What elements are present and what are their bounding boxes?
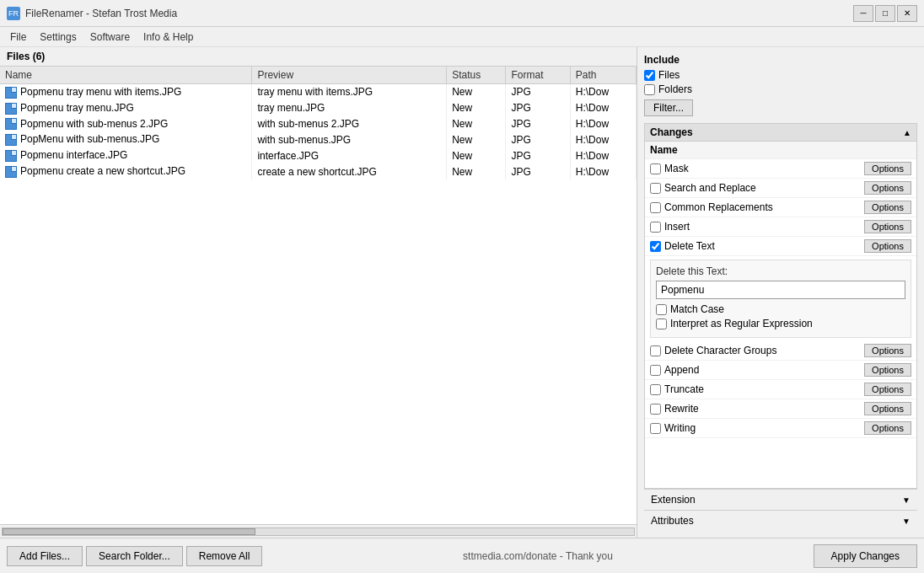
change-checkbox-0[interactable] — [650, 163, 661, 174]
additional-options-button-1[interactable]: Options — [864, 363, 911, 377]
files-checkbox[interactable] — [644, 70, 655, 81]
additional-change-checkbox-1[interactable] — [650, 365, 661, 376]
minimize-button[interactable]: ─ — [853, 5, 873, 22]
file-icon — [5, 150, 17, 162]
bottom-bar: Add Files... Search Folder... Remove All… — [0, 538, 924, 573]
additional-options-button-3[interactable]: Options — [864, 402, 911, 415]
file-path-cell: H:\Dow — [570, 131, 636, 147]
change-row: Delete Text Options — [645, 237, 916, 256]
scrollbar-track[interactable] — [2, 527, 635, 536]
additional-change-checkbox-2[interactable] — [650, 384, 661, 395]
change-label-1: Search and Replace — [664, 182, 756, 194]
col-path: Path — [570, 67, 636, 84]
additional-options-button-2[interactable]: Options — [864, 383, 911, 396]
file-path-cell: H:\Dow — [570, 100, 636, 116]
changes-scroll-up-icon[interactable]: ▲ — [903, 128, 911, 137]
col-name: Name — [0, 67, 252, 84]
table-row[interactable]: Popmenu with sub-menus 2.JPG with sub-me… — [0, 116, 637, 132]
file-format-cell: JPG — [506, 163, 570, 179]
change-checkbox-3[interactable] — [650, 222, 661, 233]
change-label-3: Insert — [664, 221, 690, 233]
options-button-1[interactable]: Options — [864, 181, 911, 195]
attributes-row[interactable]: Attributes ▼ — [644, 510, 917, 531]
delete-text-input[interactable] — [656, 281, 905, 299]
title-bar-left: FR FileRenamer - Stefan Trost Media — [7, 7, 177, 20]
file-format-cell: JPG — [506, 116, 570, 132]
regex-label: Interpret as Regular Expression — [670, 318, 813, 329]
extension-label: Extension — [651, 494, 696, 506]
additional-change-checkbox-0[interactable] — [650, 345, 661, 356]
additional-change-label-4: Writing — [664, 422, 696, 434]
close-button[interactable]: ✕ — [897, 5, 917, 22]
file-list-container: Name Preview Status Format Path Popmenu … — [0, 67, 637, 524]
menu-settings[interactable]: Settings — [33, 29, 83, 45]
attributes-chevron-icon: ▼ — [902, 517, 911, 526]
col-preview: Preview — [252, 67, 447, 84]
change-row-label: Delete Text — [650, 240, 864, 252]
file-preview-cell: tray menu.JPG — [252, 100, 447, 116]
file-icon — [5, 118, 17, 130]
file-name-cell: Popmenu interface.JPG — [0, 147, 252, 163]
file-path-cell: H:\Dow — [570, 84, 636, 100]
options-button-3[interactable]: Options — [864, 220, 911, 233]
change-checkbox-4[interactable] — [650, 241, 661, 252]
changes-section: Changes ▲ Name Mask Options Search and R… — [644, 123, 917, 489]
additional-options-button-0[interactable]: Options — [864, 344, 911, 357]
additional-change-checkbox-4[interactable] — [650, 423, 661, 434]
remove-all-button[interactable]: Remove All — [186, 546, 263, 566]
folders-checkbox[interactable] — [644, 84, 655, 95]
file-preview-cell: create a new shortcut.JPG — [252, 163, 447, 179]
change-row-label: Insert — [650, 221, 864, 233]
regex-checkbox[interactable] — [656, 319, 667, 329]
table-row[interactable]: Popmenu interface.JPG interface.JPG New … — [0, 147, 637, 163]
additional-change-label-1: Append — [664, 364, 699, 376]
table-row[interactable]: Popmenu create a new shortcut.JPG create… — [0, 163, 637, 179]
file-icon — [5, 87, 17, 99]
table-row[interactable]: PopMenu with sub-menus.JPG with sub-menu… — [0, 131, 637, 147]
additional-change-row-label: Writing — [650, 422, 864, 434]
search-folder-button[interactable]: Search Folder... — [86, 546, 183, 566]
apply-changes-button[interactable]: Apply Changes — [814, 544, 917, 568]
add-files-button[interactable]: Add Files... — [7, 546, 83, 566]
maximize-button[interactable]: □ — [875, 5, 895, 22]
app-icon: FR — [7, 7, 20, 20]
additional-change-label-3: Rewrite — [664, 403, 699, 415]
col-status: Status — [447, 67, 506, 84]
menu-software[interactable]: Software — [83, 29, 137, 45]
files-header: Files (6) — [0, 47, 637, 67]
files-checkbox-row: Files — [644, 69, 917, 81]
additional-change-row: Rewrite Options — [645, 399, 916, 419]
change-checkbox-1[interactable] — [650, 183, 661, 194]
additional-change-row: Delete Character Groups Options — [645, 341, 916, 361]
file-name-cell: Popmenu tray menu with items.JPG — [0, 84, 252, 100]
options-button-2[interactable]: Options — [864, 201, 911, 214]
changes-header: Changes ▲ — [645, 124, 916, 142]
file-format-cell: JPG — [506, 100, 570, 116]
menu-info-help[interactable]: Info & Help — [137, 29, 200, 45]
delete-text-label: Delete this Text: — [656, 265, 905, 277]
additional-change-row-label: Rewrite — [650, 403, 864, 415]
options-button-4[interactable]: Options — [864, 239, 911, 253]
menu-file[interactable]: File — [3, 29, 33, 45]
filter-button[interactable]: Filter... — [644, 99, 693, 116]
additional-change-checkbox-3[interactable] — [650, 404, 661, 415]
file-preview-cell: with sub-menus 2.JPG — [252, 116, 447, 132]
scrollbar-thumb[interactable] — [3, 528, 255, 535]
donate-text: sttmedia.com/donate - Thank you — [463, 550, 613, 562]
match-case-checkbox[interactable] — [656, 304, 667, 315]
horizontal-scrollbar[interactable] — [0, 524, 637, 538]
change-row-label: Common Replacements — [650, 201, 864, 213]
additional-options-button-4[interactable]: Options — [864, 421, 911, 435]
title-bar: FR FileRenamer - Stefan Trost Media ─ □ … — [0, 0, 924, 27]
table-row[interactable]: Popmenu tray menu.JPG tray menu.JPG New … — [0, 100, 637, 116]
change-row-label: Mask — [650, 163, 864, 174]
options-button-0[interactable]: Options — [864, 162, 911, 175]
additional-change-label-2: Truncate — [664, 383, 704, 395]
table-row[interactable]: Popmenu tray menu with items.JPG tray me… — [0, 84, 637, 100]
extension-row[interactable]: Extension ▼ — [644, 489, 917, 510]
change-checkbox-2[interactable] — [650, 202, 661, 213]
file-icon — [5, 166, 17, 178]
menu-bar: File Settings Software Info & Help — [0, 27, 924, 47]
file-status-cell: New — [447, 100, 506, 116]
folders-label: Folders — [658, 83, 692, 95]
